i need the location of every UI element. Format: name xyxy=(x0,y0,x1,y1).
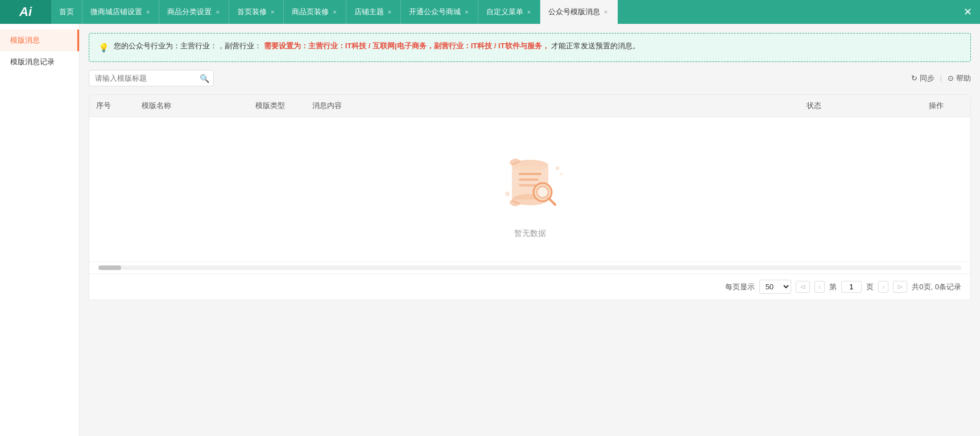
pagination: 每页显示 102050100 ⊲ ‹ 第 页 › ⊳ 共0页, 0条记录 xyxy=(89,273,970,300)
notice-text: 您的公众号行业为：主营行业：，副营行业： 需要设置为：主营行业：IT科技 / 互… xyxy=(114,40,640,52)
scrollbar-thumb[interactable] xyxy=(98,265,121,270)
sync-button[interactable]: ↻ 同步 xyxy=(911,73,934,84)
tab-product-decoration[interactable]: 商品页装修× xyxy=(284,0,346,24)
empty-state: 暂无数据 xyxy=(89,117,970,261)
empty-illustration xyxy=(496,151,564,219)
total-info: 共0页, 0条记录 xyxy=(912,282,961,292)
last-page-button[interactable]: ⊳ xyxy=(893,281,907,293)
tab-close-shop-theme[interactable]: × xyxy=(387,8,392,16)
main-layout: 模版消息模版消息记录 💡 您的公众号行业为：主营行业：，副营行业： 需要设置为：… xyxy=(0,24,980,436)
first-page-button[interactable]: ⊲ xyxy=(796,281,810,293)
th-content: 消息内容 xyxy=(305,95,800,117)
svg-rect-3 xyxy=(519,173,541,175)
help-button[interactable]: ⊙ 帮助 xyxy=(948,73,971,84)
svg-line-8 xyxy=(549,198,555,205)
page-prefix: 第 xyxy=(829,282,837,292)
sync-icon: ↻ xyxy=(911,74,917,82)
tab-close-template-msg[interactable]: × xyxy=(603,8,609,16)
horizontal-scrollbar[interactable] xyxy=(98,265,961,270)
tab-open-mall[interactable]: 开通公众号商城× xyxy=(401,0,478,24)
divider: | xyxy=(940,74,942,82)
notice-box: 💡 您的公众号行业为：主营行业：，副营行业： 需要设置为：主营行业：IT科技 /… xyxy=(89,33,971,62)
svg-point-7 xyxy=(537,186,548,198)
svg-point-9 xyxy=(556,167,559,170)
bulb-icon: 💡 xyxy=(98,41,109,55)
tab-custom-menu[interactable]: 自定义菜单× xyxy=(478,0,540,24)
tab-close-custom-menu[interactable]: × xyxy=(526,8,532,16)
tab-category-settings[interactable]: 商品分类设置× xyxy=(159,0,229,24)
svg-rect-4 xyxy=(519,178,539,181)
tab-close-category-settings[interactable]: × xyxy=(214,8,220,16)
help-icon: ⊙ xyxy=(948,74,954,82)
scroll-bar-area xyxy=(89,261,970,273)
close-all-button[interactable]: ✕ xyxy=(956,0,980,24)
tab-close-home-decoration[interactable]: × xyxy=(270,8,275,16)
sidebar: 模版消息模版消息记录 xyxy=(0,24,80,436)
empty-text: 暂无数据 xyxy=(514,229,546,239)
tab-template-msg[interactable]: 公众号模版消息× xyxy=(540,0,617,24)
tab-close-product-decoration[interactable]: × xyxy=(332,8,337,16)
table-header: 序号 模版名称 模版类型 消息内容 状态 操作 xyxy=(89,95,970,117)
prev-page-button[interactable]: ‹ xyxy=(814,281,825,293)
th-action: 操作 xyxy=(902,95,970,117)
th-seq: 序号 xyxy=(89,95,135,117)
next-page-button[interactable]: › xyxy=(878,281,888,293)
content-area: 💡 您的公众号行业为：主营行业：，副营行业： 需要设置为：主营行业：IT科技 /… xyxy=(80,24,980,436)
page-size-label: 每页显示 xyxy=(725,282,755,292)
svg-point-11 xyxy=(505,192,510,196)
tab-bar: 首页微商城店铺设置×商品分类设置×首页装修×商品页装修×店铺主题×开通公众号商城… xyxy=(51,0,956,24)
logo: Ai xyxy=(0,0,51,24)
sidebar-item-template-msg[interactable]: 模版消息 xyxy=(0,30,79,51)
tab-home-decoration[interactable]: 首页装修× xyxy=(229,0,284,24)
sidebar-item-template-msg-log[interactable]: 模版消息记录 xyxy=(0,51,79,73)
search-input-wrap: 🔍 xyxy=(89,70,214,86)
search-icon[interactable]: 🔍 xyxy=(200,74,209,83)
th-name: 模版名称 xyxy=(135,95,249,117)
search-bar: 🔍 ↻ 同步 | ⊙ 帮助 xyxy=(89,70,971,86)
page-size-select[interactable]: 102050100 xyxy=(759,280,791,294)
tab-close-open-mall[interactable]: × xyxy=(464,8,469,16)
search-actions: ↻ 同步 | ⊙ 帮助 xyxy=(911,73,971,84)
page-number-input[interactable] xyxy=(841,281,862,293)
tab-shop-settings[interactable]: 微商城店铺设置× xyxy=(82,0,159,24)
page-label: 页 xyxy=(866,282,874,292)
th-type: 模版类型 xyxy=(249,95,305,117)
tab-home[interactable]: 首页 xyxy=(51,0,82,24)
search-input[interactable] xyxy=(89,70,214,86)
th-status: 状态 xyxy=(800,95,902,117)
tab-shop-theme[interactable]: 店铺主题× xyxy=(346,0,401,24)
top-nav: Ai 首页微商城店铺设置×商品分类设置×首页装修×商品页装修×店铺主题×开通公众… xyxy=(0,0,980,24)
data-table: 序号 模版名称 模版类型 消息内容 状态 操作 xyxy=(89,94,971,300)
svg-point-10 xyxy=(560,173,563,175)
tab-close-shop-settings[interactable]: × xyxy=(145,8,151,16)
